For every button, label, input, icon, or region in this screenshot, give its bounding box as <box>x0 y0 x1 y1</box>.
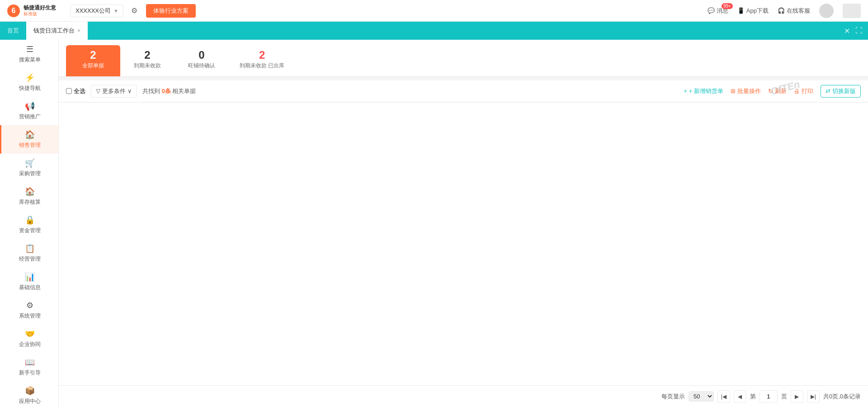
company-name: XXXXXX公司 <box>75 7 111 15</box>
message-button[interactable]: 💬 消息 99+ <box>708 7 728 15</box>
header-right: 💬 消息 99+ 📱 App下载 🎧 在线客服 <box>708 4 861 18</box>
stat-tab-all[interactable]: 2 全部单据 <box>66 45 120 76</box>
found-suffix: 相关单据 <box>172 88 196 94</box>
filter-label: 更多条件 <box>102 87 126 95</box>
user-menu[interactable] <box>843 4 861 18</box>
sidebar-item-operations[interactable]: 📋 经营管理 <box>0 239 58 267</box>
sidebar-operations-label: 经营管理 <box>19 255 41 263</box>
print-button[interactable]: 🖨 打印 <box>794 87 813 95</box>
tab-home-label: 首页 <box>7 27 19 35</box>
pagination-bar: 每页显示 50 20 100 |◀ ◀ 第 页 ▶ ▶| 共0页,0条记录 <box>59 385 868 407</box>
first-page-button[interactable]: |◀ <box>717 390 730 403</box>
sidebar-marketing-label: 营销推广 <box>19 113 41 121</box>
sidebar-search-label: 搜索菜单 <box>19 56 41 64</box>
table-empty-message <box>59 103 868 329</box>
batch-action-button[interactable]: ⊞ 批量操作 <box>731 87 761 95</box>
online-service-button[interactable]: 🎧 在线客服 <box>778 7 810 15</box>
prev-page-button[interactable]: ◀ <box>734 390 746 403</box>
sidebar-item-sales[interactable]: 🏠 销售管理 <box>0 125 58 154</box>
tab-home[interactable]: 首页 <box>0 22 26 40</box>
search-menu-icon: ☰ <box>26 44 33 54</box>
filter-arrow-icon: ∨ <box>127 88 132 94</box>
company-dropdown-arrow: ▼ <box>113 8 118 14</box>
tab-maximize-icon[interactable]: ⛶ <box>855 27 863 35</box>
sidebar-item-quick-nav[interactable]: ⚡ 快捷导航 <box>0 68 58 97</box>
inventory-icon: 🏠 <box>25 187 35 196</box>
sidebar-inventory-label: 库存核算 <box>19 198 41 206</box>
message-badge: 99+ <box>722 3 733 9</box>
app-download-icon: 📱 <box>737 7 745 14</box>
sidebar-item-marketing[interactable]: 📢 营销推广 <box>0 97 58 125</box>
logo-icon: 6 <box>7 5 20 17</box>
basic-info-icon: 📊 <box>25 272 35 282</box>
sidebar-app-center-label: 应用中心 <box>19 398 41 405</box>
filter-button[interactable]: ▽ 更多条件 ∨ <box>91 85 137 98</box>
add-icon: + <box>684 88 687 94</box>
logo-title: 畅捷通好生意 <box>24 5 56 11</box>
stat-all-label: 全部单据 <box>82 62 104 70</box>
top-header: 6 畅捷通好生意 标准版 XXXXXX公司 ▼ ⚙ 体验行业方案 💬 消息 99… <box>0 0 868 22</box>
stat-tab-pending[interactable]: 0 旺铺待确认 <box>175 45 229 76</box>
tab-bar-right: ✕ ⛶ <box>844 27 868 35</box>
app-center-icon: 📦 <box>25 386 35 396</box>
industry-button[interactable]: 体验行业方案 <box>146 4 196 18</box>
toolbar-right: + + 新增销货单 ⊞ 批量操作 ↻ 刷新 🖨 打印 ⇄ 切换新版 <box>684 85 861 98</box>
tab-work-bench[interactable]: 钱货日清工作台 × <box>26 22 88 40</box>
service-icon: 🎧 <box>778 7 785 14</box>
print-label: 打印 <box>802 87 813 95</box>
stats-tabs: 2 全部单据 2 到期未收款 0 旺铺待确认 2 到期未收款 已出库 <box>59 40 868 77</box>
switch-icon: ⇄ <box>826 88 830 94</box>
sidebar-item-basic-info[interactable]: 📊 基础信息 <box>0 267 58 296</box>
batch-icon: ⊞ <box>731 88 736 94</box>
sidebar-item-finance[interactable]: 🔒 资金管理 <box>0 211 58 239</box>
gear-icon: ⚙ <box>131 6 137 15</box>
app-download-label: App下载 <box>746 7 769 15</box>
avatar[interactable] <box>819 4 834 18</box>
guide-icon: 📖 <box>25 357 35 367</box>
add-label: + 新增销货单 <box>689 87 723 95</box>
settings-button[interactable]: ⚙ <box>127 4 142 18</box>
finance-icon: 🔒 <box>25 215 35 225</box>
select-all-input[interactable] <box>66 88 72 94</box>
tab-close-window-icon[interactable]: ✕ <box>844 27 850 35</box>
stat-tab-overdue[interactable]: 2 到期未收款 <box>120 45 175 76</box>
logo-text: 畅捷通好生意 标准版 <box>24 5 56 16</box>
online-service-label: 在线客服 <box>787 7 810 15</box>
stat-shipped-num: 2 <box>259 49 265 62</box>
app-download-button[interactable]: 📱 App下载 <box>737 7 769 15</box>
stat-pending-label: 旺铺待确认 <box>188 62 215 70</box>
sidebar-item-enterprise[interactable]: 🤝 企业协同 <box>0 324 58 353</box>
stat-pending-num: 0 <box>198 49 204 62</box>
stat-all-num: 2 <box>90 49 96 62</box>
per-page-select[interactable]: 50 20 100 <box>689 391 714 402</box>
next-page-button[interactable]: ▶ <box>791 390 803 403</box>
company-selector[interactable]: XXXXXX公司 ▼ <box>71 5 123 17</box>
enterprise-icon: 🤝 <box>25 329 35 339</box>
sidebar-item-app-center[interactable]: 📦 应用中心 <box>0 381 58 407</box>
refresh-label: 刷新 <box>775 87 787 95</box>
sidebar-item-inventory[interactable]: 🏠 库存核算 <box>0 182 58 211</box>
logo-area: 6 畅捷通好生意 标准版 <box>7 5 66 17</box>
stat-tab-shipped[interactable]: 2 到期未收款 已出库 <box>229 45 295 76</box>
quick-nav-icon: ⚡ <box>25 73 35 83</box>
sidebar-item-guide[interactable]: 📖 新手引导 <box>0 353 58 381</box>
tab-work-bench-label: 钱货日清工作台 <box>33 27 75 35</box>
purchase-icon: 🛒 <box>25 158 35 168</box>
page-number-input[interactable] <box>760 390 778 403</box>
page-suffix-label: 页 <box>781 393 787 401</box>
add-sales-order-button[interactable]: + + 新增销货单 <box>684 87 723 95</box>
content-area: 2 全部单据 2 到期未收款 0 旺铺待确认 2 到期未收款 已出库 全选 <box>59 40 868 407</box>
select-all-checkbox[interactable]: 全选 <box>66 87 85 95</box>
main-layout: ☰ 搜索菜单 ⚡ 快捷导航 📢 营销推广 🏠 销售管理 🛒 采购管理 🏠 库存核… <box>0 40 868 407</box>
found-prefix: 共找到 <box>142 88 160 94</box>
sidebar-item-system[interactable]: ⚙ 系统管理 <box>0 296 58 324</box>
page-label: 第 <box>750 393 756 401</box>
refresh-button[interactable]: ↻ 刷新 <box>768 87 787 95</box>
switch-version-button[interactable]: ⇄ 切换新版 <box>821 85 861 98</box>
stat-overdue-label: 到期未收款 <box>134 62 161 70</box>
sidebar-item-search[interactable]: ☰ 搜索菜单 <box>0 40 58 68</box>
sidebar-quick-nav-label: 快捷导航 <box>19 84 41 92</box>
tab-close-icon[interactable]: × <box>77 28 80 34</box>
sidebar-item-purchase[interactable]: 🛒 采购管理 <box>0 154 58 182</box>
last-page-button[interactable]: ▶| <box>807 390 820 403</box>
